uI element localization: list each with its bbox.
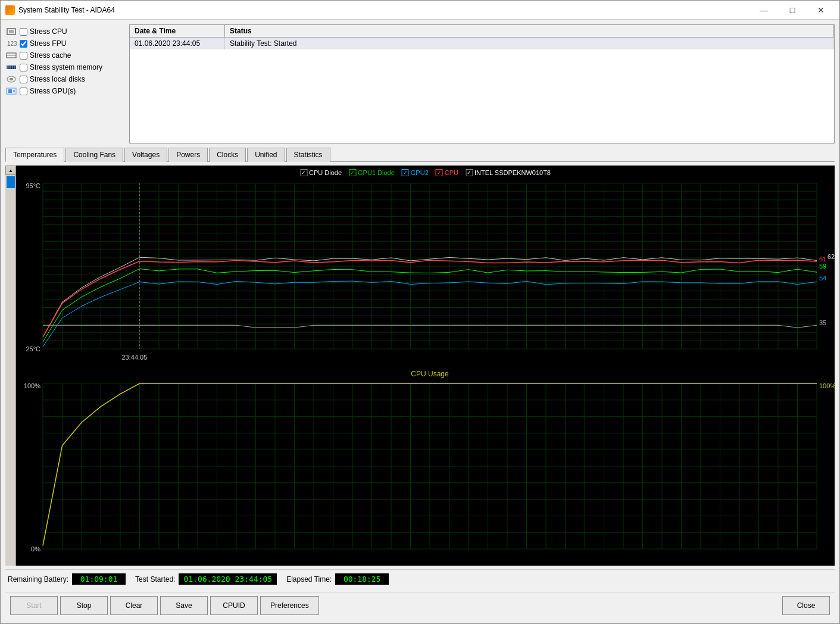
test-started-label: Test Started:: [135, 575, 175, 584]
charts-main-area: ▲ ✓ CPU Diode ✓ GPU1 Di: [5, 166, 835, 566]
scroll-up-arrow[interactable]: ▲: [5, 166, 16, 175]
main-window: System Stability Test - AIDA64 — □ ✕ Str…: [0, 0, 840, 624]
stress-gpu-item: Stress GPU(s): [5, 86, 124, 96]
log-status-header: Status: [225, 25, 834, 37]
cpu-usage-chart-wrapper: CPU Usage 100% 0% 100%: [16, 366, 835, 566]
stress-cpu-item: Stress CPU: [5, 27, 124, 36]
temperature-chart-canvas: [16, 166, 835, 366]
titlebar: System Stability Test - AIDA64 — □ ✕: [1, 1, 839, 20]
svg-rect-7: [10, 65, 10, 69]
chart-area: ✓ CPU Diode ✓ GPU1 Diode ✓ GPU2 ✓: [16, 166, 835, 566]
svg-rect-9: [13, 65, 14, 69]
window-controls: — □ ✕: [750, 2, 835, 18]
fpu-stress-icon: 123: [5, 39, 17, 48]
svg-rect-6: [8, 65, 8, 69]
stress-cache-item: Stress cache: [5, 51, 124, 60]
svg-rect-1: [9, 30, 14, 33]
app-icon: [5, 5, 15, 15]
close-window-button[interactable]: ✕: [807, 2, 835, 18]
left-scrollbar[interactable]: ▲: [5, 166, 16, 566]
legend-intel-ssd-check[interactable]: ✓: [466, 169, 473, 176]
tab-cooling-fans[interactable]: Cooling Fans: [65, 148, 123, 162]
remaining-battery-group: Remaining Battery: 01:09:01: [8, 573, 126, 585]
stress-gpu-label: Stress GPU(s): [30, 87, 76, 95]
save-button[interactable]: Save: [160, 596, 208, 615]
temp-chart-legend: ✓ CPU Diode ✓ GPU1 Diode ✓ GPU2 ✓: [300, 169, 551, 176]
tab-powers[interactable]: Powers: [168, 148, 208, 162]
close-button[interactable]: Close: [782, 596, 830, 615]
stress-memory-item: Stress system memory: [5, 63, 124, 72]
stress-fpu-checkbox[interactable]: [20, 40, 27, 48]
svg-rect-8: [11, 65, 12, 69]
legend-cpu-label: CPU: [445, 169, 458, 176]
test-started-group: Test Started: 01.06.2020 23:44:05: [135, 573, 277, 585]
tab-statistics[interactable]: Statistics: [286, 148, 330, 162]
stress-cpu-checkbox[interactable]: [20, 28, 27, 36]
tab-voltages[interactable]: Voltages: [124, 148, 167, 162]
cpu-chart-canvas: [16, 366, 835, 566]
restore-button[interactable]: □: [779, 2, 806, 18]
stress-memory-label: Stress system memory: [30, 63, 102, 71]
svg-rect-14: [8, 89, 12, 93]
log-header: Date & Time Status: [130, 25, 834, 38]
main-content: Stress CPU 123 Stress FPU Stress cache: [1, 20, 839, 623]
stress-fpu-item: 123 Stress FPU: [5, 39, 124, 48]
elapsed-time-group: Elapsed Time: 00:18:25: [286, 573, 389, 585]
scroll-thumb[interactable]: [7, 176, 15, 188]
tab-clocks[interactable]: Clocks: [209, 148, 246, 162]
disk-stress-icon: [5, 74, 17, 84]
legend-gpu1-diode-check[interactable]: ✓: [349, 169, 356, 176]
legend-cpu-diode-check[interactable]: ✓: [300, 169, 307, 176]
tab-temperatures[interactable]: Temperatures: [5, 148, 64, 162]
legend-gpu1-diode-label: GPU1 Diode: [358, 169, 395, 176]
log-panel: Date & Time Status 01.06.2020 23:44:05 S…: [129, 24, 835, 143]
top-section: Stress CPU 123 Stress FPU Stress cache: [5, 24, 835, 143]
log-datetime-cell: 01.06.2020 23:44:05: [130, 38, 225, 49]
remaining-battery-value: 01:09:01: [72, 573, 126, 585]
svg-rect-10: [15, 65, 15, 69]
legend-gpu1-diode: ✓ GPU1 Diode: [349, 169, 395, 176]
window-title: System Stability Test - AIDA64: [18, 6, 750, 14]
stress-memory-checkbox[interactable]: [20, 64, 27, 71]
stress-disk-item: Stress local disks: [5, 74, 124, 84]
tabs-bar: Temperatures Cooling Fans Voltages Power…: [5, 147, 835, 162]
preferences-button[interactable]: Preferences: [260, 596, 319, 615]
stress-cache-checkbox[interactable]: [20, 52, 27, 60]
legend-gpu2-label: GPU2: [411, 169, 429, 176]
stress-gpu-checkbox[interactable]: [20, 88, 27, 95]
stress-cache-label: Stress cache: [30, 51, 71, 60]
stress-disk-label: Stress local disks: [30, 75, 85, 83]
log-status-cell: Stability Test: Started: [225, 38, 834, 49]
remaining-battery-label: Remaining Battery:: [8, 575, 68, 584]
cpuid-button[interactable]: CPUID: [210, 596, 258, 615]
tabs-section: Temperatures Cooling Fans Voltages Power…: [5, 147, 835, 162]
legend-intel-ssd: ✓ INTEL SSDPEKNW010T8: [466, 169, 551, 176]
temperature-chart-wrapper: ✓ CPU Diode ✓ GPU1 Diode ✓ GPU2 ✓: [16, 166, 835, 366]
legend-cpu-check[interactable]: ✓: [436, 169, 443, 176]
cache-stress-icon: [5, 51, 17, 60]
tab-unified[interactable]: Unified: [247, 148, 285, 162]
bottom-info-bar: Remaining Battery: 01:09:01 Test Started…: [5, 569, 835, 588]
log-datetime-header: Date & Time: [130, 25, 225, 37]
svg-point-12: [10, 78, 13, 80]
legend-intel-ssd-label: INTEL SSDPEKNW010T8: [474, 169, 551, 176]
elapsed-time-label: Elapsed Time:: [286, 575, 332, 584]
stop-button[interactable]: Stop: [60, 596, 108, 615]
stress-cpu-label: Stress CPU: [30, 27, 67, 36]
clear-button[interactable]: Clear: [110, 596, 158, 615]
legend-cpu-diode-label: CPU Diode: [309, 169, 342, 176]
legend-gpu2: ✓ GPU2: [402, 169, 429, 176]
stress-panel: Stress CPU 123 Stress FPU Stress cache: [5, 24, 124, 143]
cpu-stress-icon: [5, 27, 17, 36]
svg-rect-15: [13, 90, 15, 92]
svg-text:123: 123: [7, 40, 17, 47]
memory-stress-icon: [5, 63, 17, 72]
legend-cpu: ✓ CPU: [436, 169, 458, 176]
elapsed-time-value: 00:18:25: [335, 573, 389, 585]
minimize-button[interactable]: —: [750, 2, 777, 18]
stress-fpu-label: Stress FPU: [30, 39, 66, 48]
legend-cpu-diode: ✓ CPU Diode: [300, 169, 342, 176]
start-button[interactable]: Start: [10, 596, 58, 615]
stress-disk-checkbox[interactable]: [20, 76, 27, 83]
legend-gpu2-check[interactable]: ✓: [402, 169, 409, 176]
